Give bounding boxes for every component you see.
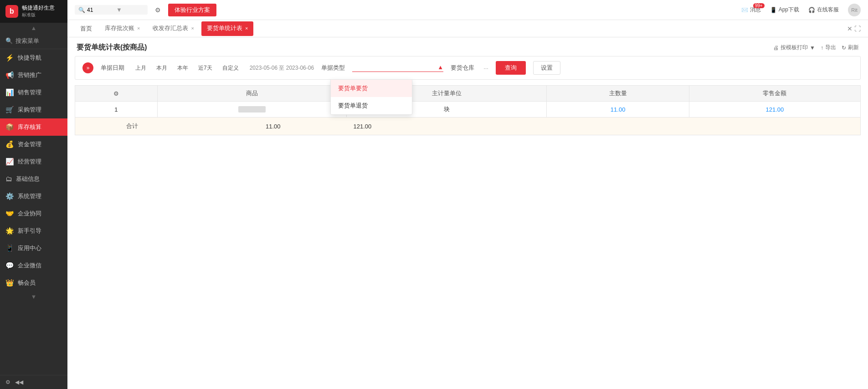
sidebar-bottom: ⚙ ◀◀ xyxy=(0,375,67,389)
print-label: 按模板打印 xyxy=(781,44,808,51)
sidebar-item-finance[interactable]: 💰 资金管理 xyxy=(0,136,67,153)
sidebar-item-label: 企业协同 xyxy=(18,210,41,218)
date-btn-7days[interactable]: 近7天 xyxy=(195,63,216,73)
sidebar-item-quick-nav[interactable]: ⚡ 快捷导航 xyxy=(0,49,67,67)
tab-order-stats-label: 要货单统计表 xyxy=(207,24,242,32)
date-btn-custom[interactable]: 自定义 xyxy=(219,63,242,73)
messages-item[interactable]: ✉️ 消息 99+ xyxy=(741,6,761,14)
export-icon: ↑ xyxy=(821,45,823,51)
print-action[interactable]: 🖨 按模板打印 ▼ xyxy=(773,44,815,51)
warehouse-filter-dots[interactable]: ··· xyxy=(483,65,488,72)
cell-index: 1 xyxy=(75,102,158,118)
print-dropdown-icon[interactable]: ▼ xyxy=(810,45,815,51)
col-quantity: 主数量 xyxy=(547,86,689,102)
sidebar-item-member[interactable]: 👑 畅会员 xyxy=(0,274,67,292)
purchase-icon: 🛒 xyxy=(5,106,14,114)
sidebar-item-wechat[interactable]: 💬 企业微信 xyxy=(0,257,67,274)
sidebar-item-guide[interactable]: 🌟 新手引导 xyxy=(0,222,67,240)
app-download-item[interactable]: 📱 App下载 xyxy=(770,6,799,14)
sidebar-item-label: 畅会员 xyxy=(18,279,36,287)
sidebar-item-label: 快捷导航 xyxy=(18,54,41,62)
trial-btn[interactable]: 体验行业方案 xyxy=(168,4,216,16)
header-search-input[interactable]: 41 xyxy=(87,7,114,13)
sidebar-item-label: 销售管理 xyxy=(18,88,41,97)
dropdown-item-order-return[interactable]: 要货单退货 xyxy=(331,97,412,114)
date-btn-this-month[interactable]: 本月 xyxy=(153,63,171,73)
brand-name: 畅捷通好生意 xyxy=(22,5,55,12)
type-select-input[interactable] xyxy=(352,64,436,71)
tab-inventory-batch[interactable]: 库存批次账 × xyxy=(99,21,145,36)
close-receipt-summary-icon[interactable]: × xyxy=(191,26,194,31)
quantity-link[interactable]: 11.00 xyxy=(611,106,626,113)
sidebar-item-purchase[interactable]: 🛒 采购管理 xyxy=(0,101,67,118)
tab-receipt-summary[interactable]: 收发存汇总表 × xyxy=(147,21,199,36)
sidebar-scroll-down[interactable]: ▼ xyxy=(0,292,67,302)
footer-quantity: 11.00 xyxy=(266,123,281,130)
filter-expand-btn[interactable]: » xyxy=(82,62,93,73)
sidebar-collapse-icon[interactable]: ◀◀ xyxy=(15,379,23,385)
sidebar-item-cooperation[interactable]: 🤝 企业协同 xyxy=(0,205,67,222)
messages-badge: 99+ xyxy=(753,3,765,8)
page-title: 要货单统计表(按商品) xyxy=(77,43,147,52)
tab-order-stats[interactable]: 要货单统计表 × xyxy=(201,21,253,36)
cooperation-icon: 🤝 xyxy=(5,210,14,218)
sidebar-item-label: 基础信息 xyxy=(16,175,40,183)
cell-product xyxy=(157,102,346,118)
type-select-area[interactable]: ▲ xyxy=(352,64,443,72)
sidebar-search[interactable]: 🔍 搜索菜单 xyxy=(0,33,67,49)
table-row: 1 块 11.00 121.00 xyxy=(75,102,861,118)
tab-close-btn[interactable]: ✕ xyxy=(847,25,853,32)
col-settings[interactable]: ⚙ xyxy=(75,86,158,102)
close-inventory-batch-icon[interactable]: × xyxy=(137,26,140,31)
sidebar-item-app-center[interactable]: 📱 应用中心 xyxy=(0,240,67,257)
header-right: ✉️ 消息 99+ 📱 App下载 🎧 在线客服 Rit xyxy=(741,4,861,16)
sidebar: b 畅捷通好生意 标准版 ▲ 🔍 搜索菜单 ⚡ 快捷导航 📢 营销推广 📊 销售… xyxy=(0,0,67,389)
sidebar-scroll-up[interactable]: ▲ xyxy=(0,23,67,33)
sidebar-item-label: 应用中心 xyxy=(18,244,41,252)
wechat-icon: 💬 xyxy=(5,261,14,270)
messages-icon: ✉️ xyxy=(741,7,748,13)
sidebar-item-system[interactable]: ⚙️ 系统管理 xyxy=(0,188,67,205)
type-dropdown: 要货单要货 要货单退货 xyxy=(330,79,412,115)
header-gear-icon[interactable]: ⚙ xyxy=(155,6,161,14)
marketing-icon: 📢 xyxy=(5,71,14,79)
user-avatar-item[interactable]: Rit xyxy=(848,4,861,16)
date-shortcuts: 上月 本月 本年 近7天 自定义 xyxy=(132,63,242,73)
online-service-label: 在线客服 xyxy=(817,6,839,14)
header-dropdown-icon[interactable]: ▼ xyxy=(116,6,122,13)
sidebar-logo: b 畅捷通好生意 标准版 xyxy=(0,0,67,23)
refresh-icon: ↻ xyxy=(842,45,846,51)
app-center-icon: 📱 xyxy=(5,244,14,252)
date-btn-last-month[interactable]: 上月 xyxy=(132,63,150,73)
col-product: 商品 xyxy=(157,86,346,102)
sidebar-item-marketing[interactable]: 📢 营销推广 xyxy=(0,67,67,84)
print-icon: 🖨 xyxy=(773,45,779,51)
export-label: 导出 xyxy=(825,44,836,51)
date-btn-this-year[interactable]: 本年 xyxy=(174,63,192,73)
query-btn[interactable]: 查询 xyxy=(496,61,526,75)
type-select-arrow[interactable]: ▲ xyxy=(437,64,443,71)
tab-expand-btn[interactable]: ⛶ xyxy=(854,25,861,32)
tab-home[interactable]: 首页 xyxy=(75,22,98,36)
online-service-item[interactable]: 🎧 在线客服 xyxy=(808,6,839,14)
sidebar-item-operations[interactable]: 📈 经营管理 xyxy=(0,153,67,170)
filter-settings-btn[interactable]: 设置 xyxy=(533,61,560,75)
filter-bar: » 单据日期 上月 本月 本年 近7天 自定义 2023-05-06 至 202… xyxy=(75,56,861,80)
brand-sub: 标准版 xyxy=(22,12,55,18)
footer-amount: 121.00 xyxy=(354,123,372,130)
type-filter-label: 单据类型 xyxy=(321,64,345,72)
export-action[interactable]: ↑ 导出 xyxy=(821,44,836,51)
sidebar-settings-icon[interactable]: ⚙ xyxy=(5,379,10,385)
close-order-stats-icon[interactable]: × xyxy=(245,26,248,31)
dropdown-item-order-goods[interactable]: 要货单要货 xyxy=(331,80,412,97)
cell-quantity: 11.00 xyxy=(547,102,689,118)
tab-actions: ✕ ⛶ xyxy=(847,25,861,32)
sidebar-item-inventory[interactable]: 📦 库存核算 xyxy=(0,118,67,136)
sidebar-item-base-info[interactable]: 🗂 基础信息 xyxy=(0,170,67,188)
amount-link[interactable]: 121.00 xyxy=(766,106,784,113)
app-download-label: App下载 xyxy=(779,6,799,14)
date-filter-label: 单据日期 xyxy=(101,64,124,72)
cell-amount: 121.00 xyxy=(689,102,860,118)
refresh-action[interactable]: ↻ 刷新 xyxy=(842,44,859,51)
sidebar-item-sales[interactable]: 📊 销售管理 xyxy=(0,84,67,101)
